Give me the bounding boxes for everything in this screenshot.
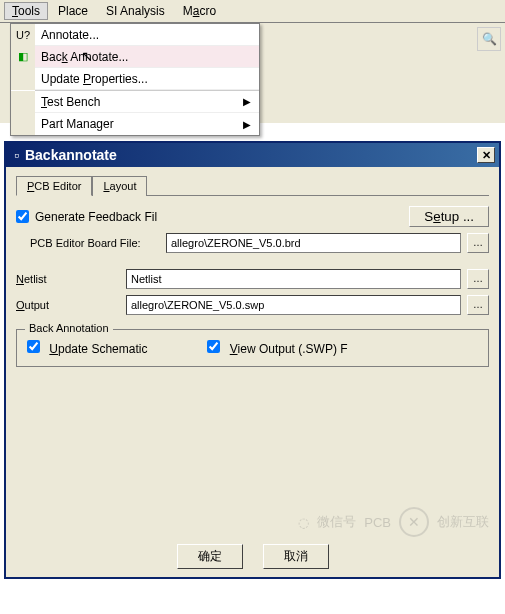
update-schematic-option[interactable]: Update SchematicUpdate Schematic bbox=[27, 340, 147, 356]
back-annotation-group-title: Back Annotation bbox=[25, 322, 113, 334]
watermark-pcb: PCB bbox=[364, 515, 391, 530]
blank-icon bbox=[11, 113, 35, 135]
dialog-buttons: 确定 取消 bbox=[6, 544, 499, 569]
watermark-wechat-icon: ◌ bbox=[298, 515, 309, 530]
tab-pcb-editor[interactable]: PCB EditorPCB Editor bbox=[16, 176, 92, 196]
menu-item-back-annotate[interactable]: ◧ Back Annotate...Back Annotate... ↖ bbox=[11, 46, 259, 68]
toolbar-magnifier-icon[interactable]: 🔍 bbox=[477, 27, 501, 51]
dialog-titlebar: ▫ Backannotate ✕ bbox=[6, 143, 499, 167]
part-manager-label: Part Manager bbox=[35, 117, 243, 131]
menu-item-annotate[interactable]: U? Annotate... bbox=[11, 24, 259, 46]
blank-icon bbox=[11, 91, 35, 113]
generate-feedback-label: Generate Feedback Fil bbox=[35, 210, 157, 224]
board-file-label: PCB Editor Board File: bbox=[30, 237, 160, 249]
menubar: TToolsools Place SI Analysis MacroMacro bbox=[0, 0, 505, 23]
output-label: OutputOutput bbox=[16, 299, 126, 311]
dialog-body: PCB EditorPCB Editor LayoutLayout Genera… bbox=[6, 167, 499, 577]
backannotate-dialog: ▫ Backannotate ✕ PCB EditorPCB Editor La… bbox=[4, 141, 501, 579]
back-annotate-icon: ◧ bbox=[11, 46, 35, 68]
update-schematic-checkbox[interactable] bbox=[27, 340, 40, 353]
dropdown-area: U? Annotate... ◧ Back Annotate...Back An… bbox=[0, 23, 505, 123]
watermark: ◌ 微信号 PCB ✕ 创新互联 bbox=[298, 507, 489, 537]
tools-dropdown: U? Annotate... ◧ Back Annotate...Back An… bbox=[10, 23, 260, 136]
back-annotate-label: Back Annotate...Back Annotate... bbox=[35, 50, 259, 64]
test-bench-label: Test BenchTest Bench bbox=[35, 95, 243, 109]
output-browse-button[interactable]: … bbox=[467, 295, 489, 315]
menu-macro[interactable]: MacroMacro bbox=[175, 2, 224, 20]
ok-button[interactable]: 确定 bbox=[177, 544, 243, 569]
board-file-input[interactable] bbox=[166, 233, 461, 253]
annotate-icon: U? bbox=[11, 24, 35, 46]
menu-tools[interactable]: TToolsools bbox=[4, 2, 48, 20]
netlist-label: NetlistNetlist bbox=[16, 273, 126, 285]
close-button[interactable]: ✕ bbox=[477, 147, 495, 163]
blank-icon bbox=[11, 68, 35, 90]
annotate-label: Annotate... bbox=[35, 28, 259, 42]
dialog-icon: ▫ bbox=[14, 147, 19, 163]
generate-feedback-checkbox[interactable] bbox=[16, 210, 29, 223]
board-file-browse-button[interactable]: … bbox=[467, 233, 489, 253]
netlist-browse-button[interactable]: … bbox=[467, 269, 489, 289]
output-input[interactable] bbox=[126, 295, 461, 315]
submenu-arrow-icon: ▶ bbox=[243, 96, 259, 107]
watermark-wechat: 微信号 bbox=[317, 513, 356, 531]
menu-item-part-manager[interactable]: Part Manager ▶ bbox=[11, 113, 259, 135]
menu-item-update-properties[interactable]: Update Properties...Update Properties... bbox=[11, 68, 259, 90]
menu-item-test-bench[interactable]: Test BenchTest Bench ▶ bbox=[11, 91, 259, 113]
netlist-input[interactable] bbox=[126, 269, 461, 289]
menu-place[interactable]: Place bbox=[50, 2, 96, 20]
back-annotation-group: Back Annotation Update SchematicUpdate S… bbox=[16, 329, 489, 367]
update-props-label: Update Properties...Update Properties... bbox=[35, 72, 259, 86]
view-output-checkbox[interactable] bbox=[207, 340, 220, 353]
dialog-tabs: PCB EditorPCB Editor LayoutLayout bbox=[16, 175, 489, 196]
setup-button[interactable]: Setup ...Setup ... bbox=[409, 206, 489, 227]
watermark-brand: 创新互联 bbox=[437, 513, 489, 531]
menu-si-analysis[interactable]: SI Analysis bbox=[98, 2, 173, 20]
watermark-logo-icon: ✕ bbox=[399, 507, 429, 537]
tab-layout[interactable]: LayoutLayout bbox=[92, 176, 147, 196]
dialog-title: Backannotate bbox=[25, 147, 117, 163]
view-output-option[interactable]: View Output (.SWP) FView Output (.SWP) F bbox=[207, 340, 347, 356]
submenu-arrow-icon: ▶ bbox=[243, 119, 259, 130]
cancel-button[interactable]: 取消 bbox=[263, 544, 329, 569]
